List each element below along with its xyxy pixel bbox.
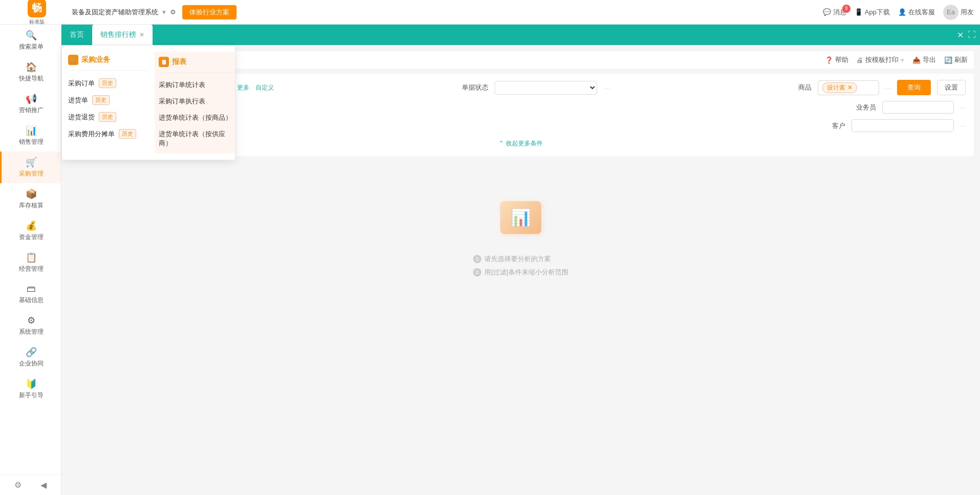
logo-icon: 畅 bbox=[28, 0, 46, 17]
report-col-icon: 📋 bbox=[159, 57, 169, 67]
user-label: 用友 bbox=[961, 8, 974, 17]
dropdown-item-purchase-order[interactable]: 采购订单 历史 bbox=[68, 75, 148, 92]
print-label: 按模板打印 bbox=[865, 55, 899, 64]
purchase-order-history: 历史 bbox=[99, 78, 116, 88]
industry-button[interactable]: 体验行业方案 bbox=[182, 5, 237, 19]
doc-status-select[interactable] bbox=[495, 81, 597, 95]
refresh-icon: 🔄 bbox=[944, 56, 952, 64]
date-more[interactable]: 更多 bbox=[237, 83, 249, 92]
marketing-icon: 📢 bbox=[26, 93, 37, 104]
purchase-order-exec-label: 采购订单执行表 bbox=[159, 97, 205, 106]
finance-label: 资金管理 bbox=[19, 233, 44, 242]
doc-status-select-wrap bbox=[495, 81, 597, 95]
operations-label: 经营管理 bbox=[19, 265, 44, 273]
header-center: 装备及固定资产辅助管理系统 ▾ ⚙ 体验行业方案 bbox=[68, 5, 823, 19]
app-download-label: App下载 bbox=[865, 8, 890, 17]
dropdown-report-title: 报表 bbox=[172, 57, 186, 67]
dropdown-item-incoming-stat-goods[interactable]: 进货单统计表（按商品） bbox=[155, 110, 235, 126]
help-icon: ❓ bbox=[825, 56, 833, 64]
dropdown-item-return[interactable]: 进货退货 历史 bbox=[68, 109, 148, 125]
dropdown-item-incoming[interactable]: 进货单 历史 bbox=[68, 92, 148, 109]
sidebar-item-sales-mgmt[interactable]: 📊 销售管理 bbox=[0, 120, 61, 152]
print-button[interactable]: 🖨 按模板打印 ▾ bbox=[857, 55, 904, 64]
sidebar-item-quick-nav[interactable]: 🏠 快捷导航 bbox=[0, 56, 61, 88]
dropdown-col-purchase-header: 🛒 采购业务 bbox=[68, 52, 148, 71]
tab-home[interactable]: 首页 bbox=[61, 25, 92, 45]
dropdown-purchase-title: 采购业务 bbox=[81, 55, 110, 64]
sidebar-item-search-menu[interactable]: 🔍 搜索菜单 bbox=[0, 25, 61, 56]
inventory-icon: 📦 bbox=[26, 188, 37, 200]
tab-sales-ranking[interactable]: 销售排行榜 ✕ bbox=[92, 25, 153, 45]
sidebar-item-basic-info[interactable]: 🗃 基础信息 bbox=[0, 278, 61, 310]
sidebar-bottom: ⚙ ◀ bbox=[0, 475, 61, 495]
tab-bar-right: ✕ ⛶ bbox=[957, 30, 980, 40]
tab-bar: 首页 销售排行榜 ✕ ✕ ⛶ bbox=[61, 25, 980, 45]
tip-num-1: ① bbox=[473, 255, 481, 263]
refresh-button[interactable]: 🔄 刷新 bbox=[944, 55, 968, 64]
finance-icon: 💰 bbox=[26, 220, 37, 231]
help-button[interactable]: ❓ 帮助 bbox=[825, 55, 848, 64]
guide-label: 新手引导 bbox=[19, 391, 44, 400]
dropdown-item-incoming-stat-supplier[interactable]: 进货单统计表（按供应商） bbox=[155, 126, 235, 152]
chevron-up-icon: ⌃ bbox=[499, 140, 504, 147]
dropdown-item-purchase-order-exec[interactable]: 采购订单执行表 bbox=[155, 93, 235, 110]
goods-input-wrap[interactable]: 设计素 ✕ bbox=[818, 80, 879, 95]
purchase-order-label: 采购订单 bbox=[68, 79, 95, 88]
incoming-label: 进货单 bbox=[68, 96, 88, 105]
tab-close-all-icon[interactable]: ✕ bbox=[957, 30, 964, 40]
dropdown-item-expense[interactable]: 采购费用分摊单 历史 bbox=[68, 125, 148, 142]
sidebar-item-operations[interactable]: 📋 经营管理 bbox=[0, 247, 61, 278]
goods-label: 商品 bbox=[798, 83, 812, 92]
customer-dots: ··· bbox=[960, 122, 966, 130]
salesman-input[interactable] bbox=[882, 101, 954, 114]
sidebar-item-purchase-mgmt[interactable]: 🛒 采购管理 bbox=[0, 152, 61, 183]
sidebar-item-guide[interactable]: 🔰 新手引导 bbox=[0, 373, 61, 405]
empty-state: 📊 ①请先选择要分析的方案 ②用[过滤]条件来缩小分析范围 bbox=[68, 160, 974, 320]
collapse-label: 收起更多条件 bbox=[506, 140, 543, 147]
empty-tips: ①请先选择要分析的方案 ②用[过滤]条件来缩小分析范围 bbox=[473, 252, 568, 279]
refresh-label: 刷新 bbox=[954, 55, 968, 64]
dropdown-item-purchase-order-stat[interactable]: 采购订单统计表 bbox=[155, 77, 235, 93]
dropdown-arrow-icon[interactable]: ▾ bbox=[162, 8, 166, 16]
dropdown-col-report-header: 📋 报表 bbox=[155, 54, 235, 73]
sys-mgmt-icon: ⚙ bbox=[27, 315, 35, 326]
sidebar-collapse-icon[interactable]: ◀ bbox=[40, 480, 47, 490]
user-item[interactable]: Ea 用友 bbox=[943, 5, 974, 20]
dropdown-cols: 🛒 采购业务 采购订单 历史 进货单 历史 进货退货 历史 采购费用分摊单 历史 bbox=[62, 52, 235, 154]
query-button[interactable]: 查询 bbox=[897, 80, 931, 95]
sidebar-item-enterprise[interactable]: 🔗 企业协同 bbox=[0, 341, 61, 373]
settings-button[interactable]: 设置 bbox=[937, 80, 966, 95]
date-custom[interactable]: 自定义 bbox=[255, 83, 274, 92]
service-icon: 👤 bbox=[898, 8, 906, 16]
online-service-item[interactable]: 👤 在线客服 bbox=[898, 8, 935, 17]
basic-info-icon: 🗃 bbox=[27, 284, 36, 294]
enterprise-label: 企业协同 bbox=[19, 359, 44, 368]
sidebar: 🔍 搜索菜单 🏠 快捷导航 📢 营销推广 📊 销售管理 🛒 采购管理 📦 库存核… bbox=[0, 25, 61, 495]
app-download-item[interactable]: 📱 App下载 bbox=[855, 8, 890, 17]
marketing-label: 营销推广 bbox=[19, 106, 44, 115]
sidebar-item-inventory[interactable]: 📦 库存核算 bbox=[0, 183, 61, 215]
guide-icon: 🔰 bbox=[26, 378, 37, 390]
top-header: 畅 标准版 装备及固定资产辅助管理系统 ▾ ⚙ 体验行业方案 💬 9 消息 📱 … bbox=[0, 0, 980, 25]
tab-sales-ranking-label: 销售排行榜 bbox=[100, 30, 136, 39]
dropdown-menu: 🛒 采购业务 采购订单 历史 进货单 历史 进货退货 历史 采购费用分摊单 历史 bbox=[61, 45, 236, 160]
message-icon-item[interactable]: 💬 9 消息 bbox=[823, 8, 846, 17]
sidebar-item-marketing[interactable]: 📢 营销推广 bbox=[0, 88, 61, 120]
export-button[interactable]: 📤 导出 bbox=[912, 55, 936, 64]
header-right: 💬 9 消息 📱 App下载 👤 在线客服 Ea 用友 bbox=[823, 5, 974, 20]
export-icon: 📤 bbox=[912, 56, 921, 64]
gear-icon[interactable]: ⚙ bbox=[170, 8, 176, 16]
customer-input[interactable] bbox=[851, 119, 954, 132]
incoming-history: 历史 bbox=[92, 95, 110, 105]
operations-icon: 📋 bbox=[26, 252, 37, 263]
tab-home-label: 首页 bbox=[70, 30, 84, 39]
system-title: 装备及固定资产辅助管理系统 bbox=[72, 8, 158, 17]
sidebar-item-finance[interactable]: 💰 资金管理 bbox=[0, 215, 61, 247]
goods-tag-close[interactable]: ✕ bbox=[847, 84, 853, 91]
sys-mgmt-label: 系统管理 bbox=[19, 328, 44, 336]
sidebar-settings-icon[interactable]: ⚙ bbox=[14, 480, 22, 490]
sidebar-item-sys-mgmt[interactable]: ⚙ 系统管理 bbox=[0, 310, 61, 341]
tab-maximize-icon[interactable]: ⛶ bbox=[968, 30, 976, 39]
expense-label: 采购费用分摊单 bbox=[68, 130, 115, 139]
tab-close-icon[interactable]: ✕ bbox=[139, 31, 144, 38]
